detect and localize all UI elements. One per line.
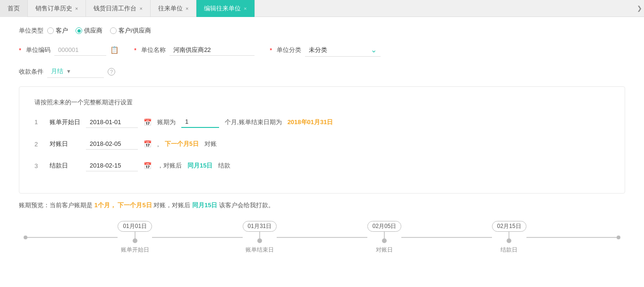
timeline-node-2: 01月31日 账单结束日 bbox=[243, 221, 277, 254]
period-row-2: 2 对账日 📅 , 下一个月5日 对账 bbox=[34, 138, 610, 150]
radio-supplier-label: 供应商 bbox=[84, 26, 102, 35]
preview-part2: 下一个月5日 bbox=[118, 202, 152, 209]
node4-label: 结款日 bbox=[500, 246, 517, 254]
preview-prefix: 账期预览：当前客户账期是 bbox=[19, 202, 93, 209]
tab-cash-close-icon[interactable]: × bbox=[139, 6, 142, 11]
unit-cat-star: * bbox=[270, 47, 272, 54]
unit-name-input[interactable] bbox=[169, 44, 254, 56]
unit-details-row: * 单位编码 📋 * 单位名称 * 单位分类 未分类 ⌄ bbox=[19, 43, 625, 57]
tab-sales-label: 销售订单历史 bbox=[35, 4, 72, 13]
timeline-node-3: 02月05日 对账日 bbox=[367, 221, 402, 254]
timeline-node-1: 01月01日 账单开始日 bbox=[118, 221, 152, 254]
radio-supplier-circle bbox=[76, 27, 82, 34]
chevron-down-icon: ⌄ bbox=[371, 45, 377, 54]
node1-dot bbox=[133, 238, 137, 243]
unit-category-field: * 单位分类 未分类 ⌄ bbox=[270, 43, 381, 57]
tab-cash-label: 钱货日清工作台 bbox=[93, 4, 136, 13]
period-row-1: 1 账单开始日 📅 账期为 个月,账单结束日期为 2018年01月31日 bbox=[34, 116, 610, 128]
unit-code-field: * 单位编码 📋 bbox=[19, 44, 119, 56]
calendar-icon-3[interactable]: 📅 bbox=[144, 162, 152, 169]
payment-terms-dropdown[interactable]: 月结 ▼ bbox=[47, 65, 104, 78]
period-row3-prefix: ，对账后 bbox=[157, 161, 182, 170]
timeline-line-1 bbox=[27, 237, 118, 238]
node1-line bbox=[135, 232, 136, 238]
node2-line bbox=[259, 232, 260, 238]
preview-part1: 1个月， bbox=[94, 202, 116, 209]
period-row-3: 3 结款日 📅 ，对账后 同月15日 结款 bbox=[34, 160, 610, 171]
period-month-label: 个月,账单结束日期为 bbox=[225, 118, 282, 127]
timeline-container: 01月01日 账单开始日 01月31日 账单结束日 02月05日 对账日 bbox=[24, 221, 620, 254]
payment-terms-field: 收款条件 月结 ▼ ? bbox=[19, 65, 115, 78]
tab-edit-partner-unit[interactable]: 编辑往来单位 × bbox=[196, 0, 254, 17]
period-date-input-3[interactable] bbox=[86, 160, 138, 171]
help-icon[interactable]: ? bbox=[108, 68, 115, 76]
tab-home[interactable]: 首页 bbox=[0, 0, 28, 17]
help-icon-text: ? bbox=[110, 69, 113, 75]
node3-label: 对账日 bbox=[376, 246, 393, 254]
tab-partner-unit[interactable]: 往来单位 × bbox=[151, 0, 196, 17]
node4-badge: 02月15日 bbox=[492, 221, 526, 232]
unit-category-select[interactable]: 未分类 ⌄ bbox=[305, 43, 381, 57]
unit-name-star: * bbox=[134, 47, 136, 54]
radio-customer-circle bbox=[47, 27, 54, 34]
radio-both-label: 客户/供应商 bbox=[119, 26, 151, 35]
timeline-node-4: 02月15日 结款日 bbox=[492, 221, 526, 254]
tab-bar: 首页 销售订单历史 × 钱货日清工作台 × 往来单位 × 编辑往来单位 × ❯ bbox=[0, 0, 644, 17]
copy-icon[interactable]: 📋 bbox=[110, 46, 119, 54]
unit-code-input[interactable] bbox=[54, 44, 106, 56]
node4-dot bbox=[507, 238, 511, 243]
tab-sales-close-icon[interactable]: × bbox=[75, 6, 78, 11]
tab-arrow-icon[interactable]: ❯ bbox=[635, 0, 644, 17]
radio-both[interactable]: 客户/供应商 bbox=[110, 26, 151, 35]
radio-customer[interactable]: 客户 bbox=[47, 26, 68, 35]
period-row2-prefix: , bbox=[157, 141, 159, 148]
preview-part3: 同月15日 bbox=[192, 202, 217, 209]
unit-cat-value: 未分类 bbox=[309, 46, 327, 54]
payment-terms-label: 收款条件 bbox=[19, 68, 43, 76]
period-date-input-2[interactable] bbox=[86, 138, 138, 150]
period-num-1: 1 bbox=[34, 118, 44, 126]
preview-middle: 对账，对账后 bbox=[153, 202, 190, 209]
tab-edit-label: 编辑往来单位 bbox=[204, 4, 241, 13]
radio-both-circle bbox=[110, 27, 117, 34]
calendar-icon-1[interactable]: 📅 bbox=[144, 118, 152, 126]
timeline-row: 01月01日 账单开始日 01月31日 账单结束日 02月05日 对账日 bbox=[24, 221, 620, 254]
tab-cash-work[interactable]: 钱货日清工作台 × bbox=[86, 0, 150, 17]
timeline-line-5 bbox=[526, 237, 617, 238]
calendar-icon-2[interactable]: 📅 bbox=[144, 140, 152, 148]
unit-cat-label: 单位分类 bbox=[277, 46, 301, 54]
period-date-input-1[interactable] bbox=[86, 117, 138, 128]
node3-badge: 02月05日 bbox=[367, 221, 402, 232]
timeline-line-2 bbox=[152, 237, 242, 238]
tab-partner-label: 往来单位 bbox=[158, 4, 183, 13]
unit-type-field: 单位类型 客户 供应商 客户/供应商 bbox=[19, 26, 151, 35]
timeline-line-3 bbox=[277, 237, 367, 238]
node2-badge: 01月31日 bbox=[243, 221, 277, 232]
period-end-date-highlight: 2018年01月31日 bbox=[288, 118, 333, 127]
period-label-1: 账单开始日 bbox=[50, 118, 80, 127]
timeline-line-4 bbox=[401, 237, 491, 238]
tab-partner-close-icon[interactable]: × bbox=[186, 6, 188, 11]
period-label-2: 对账日 bbox=[50, 140, 80, 148]
preview-suffix: 该客户会给我打款。 bbox=[219, 202, 274, 209]
node2-dot bbox=[257, 238, 262, 243]
node2-label: 账单结束日 bbox=[246, 246, 274, 254]
radio-supplier[interactable]: 供应商 bbox=[76, 26, 102, 35]
tab-sales-order-history[interactable]: 销售订单历史 × bbox=[28, 0, 86, 17]
period-row2-suffix: 对账 bbox=[204, 140, 217, 148]
unit-type-label: 单位类型 bbox=[19, 26, 43, 35]
unit-name-label: 单位名称 bbox=[141, 46, 166, 54]
chevron-right-icon: ❯ bbox=[637, 5, 642, 12]
payment-terms-value: 月结 bbox=[51, 67, 63, 76]
period-box: 请按照未来的一个完整帐期进行设置 1 账单开始日 📅 账期为 个月,账单结束日期… bbox=[19, 86, 625, 194]
node1-label: 账单开始日 bbox=[121, 246, 149, 254]
month-input[interactable] bbox=[181, 116, 219, 128]
preview-text: 账期预览：当前客户账期是 1个月， 下一个月5日 对账，对账后 同月15日 该客… bbox=[19, 201, 625, 210]
period-title: 请按照未来的一个完整帐期进行设置 bbox=[34, 98, 610, 107]
dropdown-arrow-icon: ▼ bbox=[66, 68, 71, 74]
main-content: 单位类型 客户 供应商 客户/供应商 * 单位编码 bbox=[0, 17, 644, 287]
tab-edit-close-icon[interactable]: × bbox=[244, 6, 246, 11]
radio-group: 客户 供应商 客户/供应商 bbox=[47, 26, 151, 35]
period-row3-suffix: 结款 bbox=[218, 161, 230, 170]
period-label-3: 结款日 bbox=[50, 161, 80, 170]
